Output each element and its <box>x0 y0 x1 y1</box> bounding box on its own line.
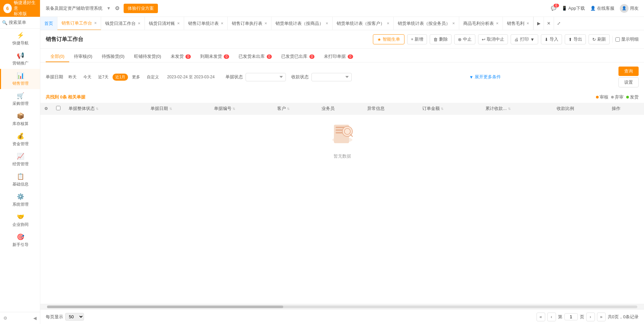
sub-tab-all[interactable]: 全部(0) <box>46 51 69 62</box>
collapse-icon[interactable]: ◀ <box>33 316 37 321</box>
tab-summary-customer-close[interactable]: ✕ <box>387 22 389 25</box>
th-amount[interactable]: 订单金额 ⇅ <box>418 103 481 115</box>
online-service[interactable]: 👤 在线客服 <box>590 5 614 11</box>
select-all-checkbox[interactable] <box>56 106 60 110</box>
sidebar-item-system[interactable]: ⚙️ 系统管理 <box>0 190 40 210</box>
tab-summary-staff-close[interactable]: ✕ <box>452 22 455 25</box>
th-status-sort[interactable]: ⇅ <box>96 107 98 111</box>
delete-btn[interactable]: 🗑 删除 <box>430 34 452 44</box>
first-page-btn[interactable]: « <box>536 313 545 321</box>
sub-tab-pending-inspect[interactable]: 待拣验货(0) <box>97 51 129 62</box>
dropdown-icon[interactable]: ▼ <box>106 6 111 11</box>
refresh-btn[interactable]: ↻ 刷新 <box>589 34 610 44</box>
sidebar-item-basic[interactable]: 📋 基础信息 <box>0 170 40 190</box>
stop-btn[interactable]: ⊗ 中止 <box>454 34 475 44</box>
tab-sales-exec-close[interactable]: ✕ <box>264 22 267 25</box>
prev-page-btn[interactable]: ‹ <box>547 313 556 321</box>
sub-tab-overdue[interactable]: 到期未发货 0 <box>196 51 234 62</box>
tab-sales-stat[interactable]: 销售订单统计表 ✕ <box>184 17 228 30</box>
sub-tab-pending-review[interactable]: 待审核(0) <box>69 51 97 62</box>
app-download[interactable]: 📱 App下载 <box>562 5 585 11</box>
tab-cash-daily[interactable]: 钱货日清工作台 ✕ <box>101 17 145 30</box>
add-btn[interactable]: + 新增 <box>407 34 427 44</box>
print-btn[interactable]: 🖨 打印 ▼ <box>511 34 538 44</box>
sub-tab-not-printed[interactable]: 未打印单据 0 <box>319 51 357 62</box>
page-input[interactable] <box>564 313 578 320</box>
sidebar-item-inventory[interactable]: 📦 库存核算 <box>0 109 40 129</box>
tab-sales-summary-customer[interactable]: 销货单统计表（按客户） ✕ <box>333 17 394 30</box>
th-received-sort[interactable]: ⇅ <box>508 107 511 111</box>
tab-close-all[interactable]: ✕ <box>544 17 554 30</box>
th-date-sort[interactable]: ⇅ <box>169 107 172 111</box>
sidebar-item-marketing[interactable]: 📢 营销推广 <box>0 49 40 69</box>
date-chip-last7[interactable]: 近7天 <box>95 74 111 81</box>
date-chip-custom[interactable]: 自定义 <box>144 74 162 81</box>
th-customer-sort[interactable]: ⇅ <box>287 107 290 111</box>
quick-review-btn[interactable]: 审核 <box>596 94 608 100</box>
gear-icon[interactable]: ⚙ <box>115 5 120 11</box>
tab-sales-ret[interactable]: 销售毛利 ✕ <box>503 17 533 30</box>
sub-tab-shipped-out[interactable]: 已发货已出库 0 <box>276 51 319 62</box>
status-select[interactable] <box>246 73 286 81</box>
tab-sales-workbench[interactable]: 销售订单工作台 ✕ <box>57 17 101 30</box>
settings-bottom-icon[interactable]: ⚙ <box>3 316 7 321</box>
tab-sales-workbench-close[interactable]: ✕ <box>94 21 97 25</box>
th-amount-sort[interactable]: ⇅ <box>441 107 443 111</box>
tab-cash-reconcile-close[interactable]: ✕ <box>177 22 180 25</box>
last-page-btn[interactable]: » <box>597 313 606 321</box>
th-received[interactable]: 累计收款... ⇅ <box>481 103 553 115</box>
sidebar-item-sales[interactable]: 📊 销售管理 <box>0 69 40 89</box>
sub-tab-wangpu[interactable]: 旺铺待发货(0) <box>129 51 166 62</box>
tab-home[interactable]: 首页 <box>40 17 57 30</box>
payment-select[interactable] <box>311 73 352 81</box>
tab-scroll-right[interactable]: ▶ <box>533 17 544 30</box>
tab-summary-product-close[interactable]: ✕ <box>326 22 328 25</box>
tab-cash-reconcile[interactable]: 钱货日清对账 ✕ <box>145 17 184 30</box>
smart-btn[interactable]: ★ 智能生单 <box>373 34 404 44</box>
sub-tab-shipped-not-out[interactable]: 已发货未出库 0 <box>234 51 276 62</box>
scrollbar-track[interactable] <box>47 306 637 308</box>
tab-sales-summary-product[interactable]: 销货单统计表（按商品） ✕ <box>271 17 333 30</box>
scrollbar-thumb[interactable] <box>47 306 283 308</box>
sidebar-item-operations[interactable]: 📈 经营管理 <box>0 150 40 170</box>
tab-gross-margin[interactable]: 商品毛利分析表 ✕ <box>459 17 503 30</box>
sidebar-item-enterprise[interactable]: 🤝 企业协同 <box>0 210 40 230</box>
sub-tab-not-shipped[interactable]: 未发货 0 <box>166 51 196 62</box>
user-area[interactable]: 👤 用友 <box>620 4 639 13</box>
tab-resize[interactable]: ⤢ <box>554 17 564 30</box>
sidebar-item-purchase[interactable]: 🛒 采购管理 <box>0 89 40 109</box>
quick-ship-btn[interactable]: 发货 <box>626 94 639 100</box>
tab-cash-daily-close[interactable]: ✕ <box>138 22 140 25</box>
expand-more-btn[interactable]: ▼ 展开更多条件 <box>469 74 501 80</box>
page-size-select[interactable]: 10 20 50 100 <box>65 313 84 321</box>
set-btn[interactable]: 设置 <box>618 77 639 87</box>
sidebar-search[interactable]: 🔍 搜索菜单 <box>0 17 40 29</box>
industry-btn[interactable]: 体验行业方案 <box>124 4 158 13</box>
date-chip-yesterday[interactable]: 昨天 <box>66 74 79 81</box>
th-customer[interactable]: 客户 ⇅ <box>273 103 317 115</box>
sidebar-item-finance[interactable]: 💰 资金管理 <box>0 129 40 150</box>
tab-sales-summary-staff[interactable]: 销货单统计表（按业务员） ✕ <box>394 17 459 30</box>
tab-sales-ret-close[interactable]: ✕ <box>526 22 529 25</box>
tab-sales-exec[interactable]: 销售订单执行表 ✕ <box>228 17 271 30</box>
next-page-btn[interactable]: › <box>586 313 595 321</box>
tab-gross-margin-close[interactable]: ✕ <box>496 22 499 25</box>
import-btn[interactable]: ⬇ 导入 <box>541 34 562 44</box>
cancel-stop-btn[interactable]: ↩ 取消中止 <box>478 34 508 44</box>
scrollbar-area[interactable] <box>40 304 644 309</box>
date-chip-last1month[interactable]: 近1月 <box>113 74 128 81</box>
show-detail-input[interactable] <box>615 37 620 42</box>
th-status[interactable]: 单据整体状态 ⇅ <box>65 103 146 115</box>
th-number[interactable]: 单据编号 ⇅ <box>210 103 273 115</box>
message-badge[interactable]: 💬 6 <box>551 6 556 11</box>
sidebar-item-guide[interactable]: 🎯 新手引导 <box>0 230 40 250</box>
th-number-sort[interactable]: ⇅ <box>232 107 235 111</box>
export-btn[interactable]: ⬆ 导出 <box>565 34 586 44</box>
show-detail-checkbox[interactable]: 显示明细 <box>615 36 639 42</box>
query-btn[interactable]: 查询 <box>618 67 639 76</box>
date-chip-today[interactable]: 今天 <box>81 74 94 81</box>
date-chip-more[interactable]: 更多 <box>129 74 143 81</box>
th-date[interactable]: 单据日期 ⇅ <box>146 103 210 115</box>
sidebar-item-quick-nav[interactable]: ⚡ 快捷导航 <box>0 29 40 49</box>
tab-sales-stat-close[interactable]: ✕ <box>221 22 223 25</box>
